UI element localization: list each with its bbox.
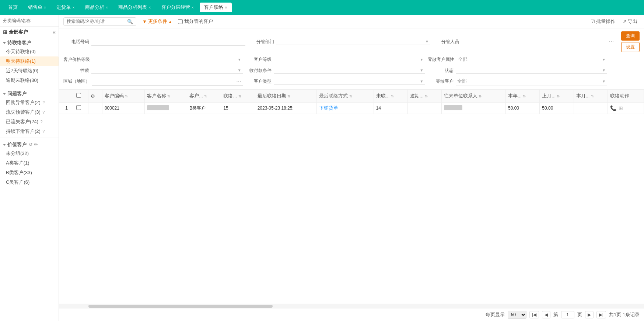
filter-region-dots[interactable]: ··· [236,78,241,84]
sidebar-item-tomorrow-contact[interactable]: 明天待联络(1) [0,56,59,66]
sidebar-item-churn-warning[interactable]: 流失预警客户(3) ? [0,107,59,117]
row-checkbox[interactable] [76,105,81,110]
th-contact-sort-icon[interactable]: ⇅ [238,94,241,98]
more-filters-button[interactable]: ▼ 更多条件 ▲ [140,17,174,26]
filter-person-dots[interactable]: ··· [609,39,614,45]
nav-sales[interactable]: 销售单 × [24,3,50,12]
th-last-date[interactable]: 最后联络日期 ⇅ [255,90,317,103]
th-code[interactable]: 客户编码 ⇅ [102,90,144,103]
cell-last-month: 50.00 [540,103,574,114]
filter-customer-level-select[interactable]: ▼ [274,56,425,63]
first-page-button[interactable]: |◀ [529,311,539,318]
more-action-icon[interactable]: ⊞ [619,105,623,111]
sidebar-item-continuous-decline[interactable]: 持续下滑客户(2) ? [0,127,59,136]
gear-icon[interactable]: ⚙ [91,93,95,99]
th-last-method[interactable]: 最后联络方式 ⇅ [317,90,374,103]
nav-purchase-close[interactable]: × [72,5,74,10]
my-customers-checkbox[interactable] [178,19,183,24]
nav-product-analysis-list-close[interactable]: × [148,5,151,10]
filter-retail-customer-select[interactable]: 全部 ▼ [456,77,607,86]
filter-person-label: 分管人员 [433,39,459,45]
scroll-thumb[interactable] [88,305,273,308]
select-all-checkbox[interactable] [76,93,81,98]
th-code-label: 客户编码 [105,93,124,99]
sidebar-item-today-contact[interactable]: 今天待联络(0) [0,47,59,56]
filter-status-select[interactable]: ▼ [456,67,607,74]
toolbar-search-icon[interactable]: 🔍 [127,19,133,24]
filter-dept-select[interactable]: ▼ [276,38,430,45]
th-last-method-sort-icon[interactable]: ⇅ [349,94,352,98]
page-size-select[interactable]: 50 100 200 [508,311,526,319]
sidebar-item-overdue-contact[interactable]: 逾期未联络(30) [0,76,59,85]
cell-last-method[interactable]: 下销货单 [317,103,374,114]
current-page-input[interactable] [561,311,574,318]
th-type[interactable]: 客户... ⇅ [187,90,221,103]
sidebar-item-class-b[interactable]: B类客户(33) [0,168,59,177]
th-name[interactable]: 客户名称 ⇅ [145,90,187,103]
class-a-label: A类客户(1) [6,160,29,166]
th-unit-contact[interactable]: 往来单位联系人 ⇅ [442,90,506,103]
filter-phone-input[interactable] [91,38,245,46]
sidebar-all-customers[interactable]: ⊞ 全部客户 « [0,27,59,38]
th-this-month-sort-icon[interactable]: ⇅ [591,94,594,98]
sidebar-item-class-c[interactable]: C类客户(6) [0,177,59,187]
phone-action-icon[interactable]: 📞 [610,105,616,111]
prev-page-button[interactable]: ◀ [542,311,550,318]
toolbar-search-input[interactable] [67,19,126,24]
th-last-month-sort-icon[interactable]: ⇅ [557,94,560,98]
sidebar-group-pending-contact[interactable]: 待联络客户 [0,38,59,47]
filter-label: 更多条件 [148,18,167,25]
last-page-button[interactable]: ▶| [596,311,606,318]
nav-customer-contact-close[interactable]: × [225,5,227,10]
nav-customer-tier-close[interactable]: × [192,5,194,10]
table-scroll-bar[interactable] [59,304,644,308]
filter-payment: 收付款条件 ▼ [246,67,425,74]
sidebar-group-value-customers[interactable]: 价值客户 ↺ ✏ [0,139,59,149]
last-contact-method-link[interactable]: 下销货单 [319,105,338,111]
filter-customer-type-select[interactable]: ▼ [274,78,425,85]
nav-product-analysis-list[interactable]: 商品分析列表 × [114,3,155,12]
batch-ops-button[interactable]: ☑ 批量操作 [588,17,617,26]
th-name-sort-icon[interactable]: ⇅ [167,94,170,98]
sidebar-collapse-btn[interactable]: « [53,29,56,35]
th-type-sort-icon[interactable]: ⇅ [204,94,207,98]
th-overdue[interactable]: 逾期... ⇅ [407,90,441,103]
th-this-month[interactable]: 本月... ⇅ [574,90,608,103]
nav-purchase[interactable]: 进货单 × [52,3,79,12]
nav-customer-tier[interactable]: 客户分层经营 × [157,3,198,12]
sidebar-group-problem-customers[interactable]: 问题客户 [0,89,59,98]
th-last-month[interactable]: 上月... ⇅ [540,90,574,103]
filter-retail-attr-select[interactable]: 全部 ▼ [456,55,607,64]
th-not-contacted[interactable]: 未联... ⇅ [374,90,407,103]
nav-product-analysis-close[interactable]: × [106,5,108,10]
th-this-year[interactable]: 本年... ⇅ [506,90,540,103]
nav-sales-close[interactable]: × [44,5,46,10]
th-last-date-sort-icon[interactable]: ⇅ [287,94,290,98]
sidebar-item-class-a[interactable]: A类客户(1) [0,158,59,168]
nav-customer-contact[interactable]: 客户联络 × [200,3,231,12]
th-overdue-sort-icon[interactable]: ⇅ [425,94,428,98]
sidebar-item-churned[interactable]: 已流失客户(24) ? [0,117,59,127]
next-page-button[interactable]: ▶ [585,311,594,318]
th-this-year-sort-icon[interactable]: ⇅ [523,94,526,98]
nav-home[interactable]: 首页 [4,3,22,12]
nav-product-analysis[interactable]: 商品分析 × [81,3,112,12]
query-button[interactable]: 查询 [621,31,640,41]
th-unit-contact-sort-icon[interactable]: ⇅ [479,94,482,98]
th-code-sort-icon[interactable]: ⇅ [125,94,128,98]
filter-nature-select[interactable]: ▼ [91,67,243,74]
repurchase-abnormal-label: 回购异常客户(2) [6,100,41,105]
th-not-contacted-sort-icon[interactable]: ⇅ [391,94,394,98]
filter-price-level-select[interactable]: ▼ [92,56,243,63]
filter-payment-select[interactable]: ▼ [274,67,425,74]
th-contact[interactable]: 联络... ⇅ [221,90,255,103]
my-customers-checkbox-label[interactable]: 我分管的客户 [178,18,213,25]
export-button[interactable]: ↗ 导出 [620,17,640,26]
sidebar-item-unclassified[interactable]: 未分组(32) [0,149,59,158]
set-button[interactable]: 设置 [621,42,640,52]
th-gear[interactable]: ⚙ [88,90,102,103]
sidebar-item-7days-contact[interactable]: 近7天待联络(0) [0,66,59,76]
sidebar-search-input[interactable] [3,18,58,23]
cell-checkbox[interactable] [74,103,88,114]
sidebar-item-repurchase-abnormal[interactable]: 回购异常客户(2) ? [0,98,59,107]
